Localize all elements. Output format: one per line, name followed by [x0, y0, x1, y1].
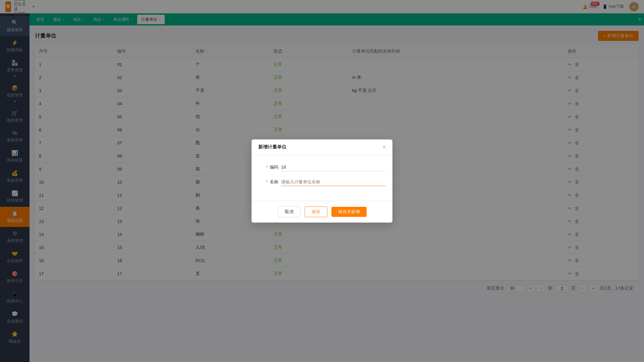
form-row-code: * 编码: [258, 163, 386, 171]
name-input[interactable]: [281, 178, 386, 186]
modal: 新增计量单位 × * 编码 * 名称 取消 保存 保存并新增: [252, 139, 392, 223]
code-input[interactable]: [281, 163, 386, 171]
required-mark-name: *: [266, 179, 268, 184]
name-label-text: 名称: [270, 179, 278, 184]
name-label: * 名称: [258, 179, 278, 185]
modal-overlay: 新增计量单位 × * 编码 * 名称 取消 保存 保存并新增: [0, 0, 644, 362]
modal-close-button[interactable]: ×: [383, 144, 386, 150]
cancel-button[interactable]: 取消: [278, 206, 301, 217]
save-button[interactable]: 保存: [305, 206, 327, 217]
modal-footer: 取消 保存 保存并新增: [252, 201, 392, 223]
modal-body: * 编码 * 名称: [252, 155, 392, 201]
code-label-text: 编码: [270, 165, 278, 170]
modal-title: 新增计量单位: [258, 144, 286, 150]
required-mark: *: [266, 165, 268, 170]
modal-header: 新增计量单位 ×: [252, 139, 392, 155]
save-and-add-button[interactable]: 保存并新增: [331, 207, 367, 217]
code-label: * 编码: [258, 164, 278, 170]
form-row-name: * 名称: [258, 178, 386, 186]
